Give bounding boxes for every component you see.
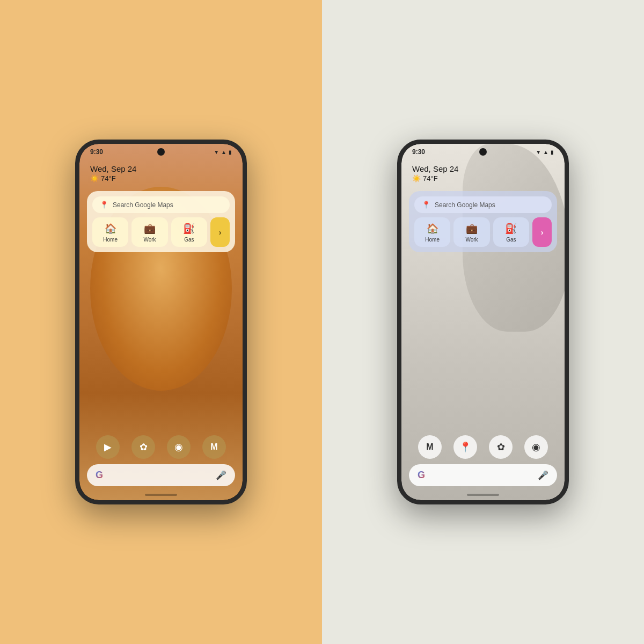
temperature-right: 74°F	[423, 174, 438, 182]
gas-icon-left: ⛽	[183, 223, 195, 235]
status-time-left: 9:30	[90, 148, 103, 156]
youtube-icon-left[interactable]: ▶	[96, 435, 120, 459]
mic-icon-right[interactable]: 🎤	[538, 470, 548, 480]
wallpaper-spacer-right	[401, 255, 565, 430]
battery-icon-right: ▮	[551, 149, 554, 155]
quick-destinations-left: 🏠 Home 💼 Work ⛽ Gas ›	[92, 217, 230, 247]
home-icon-right: 🏠	[427, 223, 438, 235]
signal-icon-left: ▼	[214, 149, 219, 155]
chrome-icon-left[interactable]: ◉	[167, 435, 191, 459]
work-icon-right: 💼	[466, 223, 478, 235]
temperature-left: 74°F	[101, 174, 116, 182]
google-logo-right: G	[418, 470, 425, 481]
maps-search-bar-right[interactable]: 📍 Search Google Maps	[414, 196, 552, 213]
date-text-left: Wed, Sep 24	[90, 164, 232, 173]
camera-notch-right	[479, 148, 487, 156]
wifi-icon-left: ▲	[221, 149, 226, 155]
dest-gas-left[interactable]: ⛽ Gas	[171, 217, 207, 247]
gmail-icon-right[interactable]: M	[418, 435, 442, 459]
date-weather-left: Wed, Sep 24 ☀️ 74°F	[79, 158, 243, 187]
status-time-right: 9:30	[412, 148, 425, 156]
phone-left: 9:30 ▼ ▲ ▮ Wed, Sep 24 ☀️ 74°F 📍	[75, 140, 247, 504]
maps-icon-right[interactable]: 📍	[453, 435, 477, 459]
battery-icon-left: ▮	[229, 149, 232, 155]
maps-widget-right[interactable]: 📍 Search Google Maps 🏠 Home 💼 Work ⛽	[409, 191, 557, 252]
google-search-bar-right[interactable]: G 🎤	[409, 464, 557, 486]
google-logo-left: G	[96, 470, 103, 481]
phone-screen-left: 9:30 ▼ ▲ ▮ Wed, Sep 24 ☀️ 74°F 📍	[79, 144, 243, 500]
maps-search-bar-left[interactable]: 📍 Search Google Maps	[92, 196, 230, 213]
mic-icon-left[interactable]: 🎤	[216, 470, 226, 480]
wallpaper-spacer-left	[79, 255, 243, 430]
weather-text-left: ☀️ 74°F	[90, 174, 232, 182]
home-label-right: Home	[425, 237, 440, 243]
home-label-left: Home	[103, 237, 118, 243]
phone-right: 9:30 ▼ ▲ ▮ Wed, Sep 24 ☀️ 74°F 📍	[397, 140, 569, 504]
signal-icon-right: ▼	[536, 149, 541, 155]
gmail-icon-left[interactable]: M	[202, 435, 226, 459]
maps-search-text-left: Search Google Maps	[113, 201, 173, 209]
quick-destinations-right: 🏠 Home 💼 Work ⛽ Gas ›	[414, 217, 552, 247]
gas-label-left: Gas	[184, 237, 194, 243]
dest-home-left[interactable]: 🏠 Home	[92, 217, 128, 247]
chrome-icon-right[interactable]: ◉	[524, 435, 548, 459]
pinwheel-icon-left[interactable]: ✿	[131, 435, 155, 459]
weather-icon-left: ☀️	[90, 174, 99, 182]
app-dock-left: ▶ ✿ ◉ M	[79, 430, 243, 464]
home-icon-left: 🏠	[105, 223, 116, 235]
dest-work-left[interactable]: 💼 Work	[131, 217, 167, 247]
gas-icon-right: ⛽	[505, 223, 517, 235]
dest-home-right[interactable]: 🏠 Home	[414, 217, 450, 247]
maps-widget-left[interactable]: 📍 Search Google Maps 🏠 Home 💼 Work ⛽	[87, 191, 235, 252]
work-icon-left: 💼	[144, 223, 156, 235]
status-icons-right: ▼ ▲ ▮	[536, 149, 554, 155]
maps-search-text-right: Search Google Maps	[435, 201, 495, 209]
dest-work-right[interactable]: 💼 Work	[453, 217, 489, 247]
weather-icon-right: ☀️	[412, 174, 421, 182]
left-background: 9:30 ▼ ▲ ▮ Wed, Sep 24 ☀️ 74°F 📍	[0, 0, 322, 644]
wifi-icon-right: ▲	[543, 149, 548, 155]
home-indicator-left	[145, 494, 177, 496]
map-pin-icon-left: 📍	[100, 201, 108, 209]
dest-gas-right[interactable]: ⛽ Gas	[493, 217, 529, 247]
dest-arrow-right[interactable]: ›	[532, 217, 552, 247]
status-icons-left: ▼ ▲ ▮	[214, 149, 232, 155]
weather-text-right: ☀️ 74°F	[412, 174, 554, 182]
home-indicator-right	[467, 494, 499, 496]
date-text-right: Wed, Sep 24	[412, 164, 554, 173]
pinwheel-icon-right[interactable]: ✿	[489, 435, 513, 459]
camera-notch-left	[157, 148, 165, 156]
phone-screen-right: 9:30 ▼ ▲ ▮ Wed, Sep 24 ☀️ 74°F 📍	[401, 144, 565, 500]
map-pin-icon-right: 📍	[422, 201, 430, 209]
gas-label-right: Gas	[506, 237, 516, 243]
date-weather-right: Wed, Sep 24 ☀️ 74°F	[401, 158, 565, 187]
right-background: 9:30 ▼ ▲ ▮ Wed, Sep 24 ☀️ 74°F 📍	[322, 0, 644, 644]
dest-arrow-left[interactable]: ›	[210, 217, 230, 247]
app-dock-right: M 📍 ✿ ◉	[401, 430, 565, 464]
work-label-right: Work	[465, 237, 478, 243]
work-label-left: Work	[143, 237, 156, 243]
google-search-bar-left[interactable]: G 🎤	[87, 464, 235, 486]
